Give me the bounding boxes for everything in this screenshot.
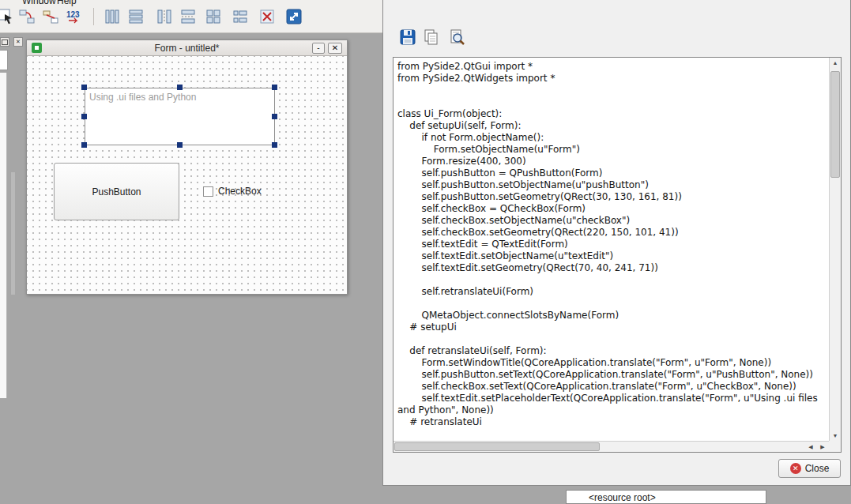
layout-vertical-splitter-icon	[180, 9, 196, 24]
find-button[interactable]	[448, 28, 467, 47]
scroll-down-arrow-icon[interactable]: ▼	[830, 433, 841, 438]
menu-help[interactable]: Help	[57, 0, 77, 6]
edit-widgets-button[interactable]	[0, 7, 16, 26]
edit-signals-slots-icon	[19, 9, 35, 24]
main-window-chrome: Window Help 123	[0, 0, 382, 33]
close-button[interactable]: ✕ Close	[778, 459, 841, 478]
edit-widgets-icon	[0, 9, 14, 24]
form-minimize-button[interactable]: -	[312, 43, 325, 54]
resource-root-item[interactable]: <resource root>	[566, 490, 766, 504]
form-titlebar[interactable]: Form - untitled* - ✕	[27, 40, 347, 56]
selection-handle-bottom-center[interactable]	[177, 142, 183, 148]
checkbox-widget[interactable]	[203, 186, 213, 197]
edit-buddies-icon	[43, 9, 58, 24]
selection-handle-top-right[interactable]	[272, 85, 277, 90]
break-layout-button[interactable]	[258, 7, 277, 26]
horizontal-scrollbar-thumb[interactable]	[394, 442, 600, 451]
layout-horizontal-splitter-button[interactable]	[155, 7, 174, 26]
vertical-scrollbar[interactable]: ▲ ▼	[829, 58, 841, 441]
layout-form-icon	[232, 9, 248, 24]
vertical-scrollbar-thumb[interactable]	[830, 71, 840, 178]
selection-handle-top-center[interactable]	[177, 85, 183, 90]
toolbar-separator	[93, 8, 94, 25]
layout-grid-icon	[205, 9, 221, 24]
save-button[interactable]	[399, 28, 418, 47]
adjust-size-icon	[285, 8, 303, 25]
code-view[interactable]: from PySide2.QtGui import * from PySide2…	[393, 57, 842, 453]
layout-vertical-icon	[128, 9, 144, 24]
layout-horizontal-icon	[104, 9, 120, 24]
close-button-label: Close	[805, 463, 830, 474]
dock-restore-button[interactable]	[0, 37, 9, 47]
horizontal-scrollbar[interactable]: ◀ ▶	[393, 441, 829, 452]
form-canvas[interactable]: Using .ui files and Python PushButton Ch…	[27, 56, 347, 294]
layout-horizontal-splitter-icon	[156, 9, 172, 24]
widgetbox-panel-edge	[0, 73, 7, 398]
form-editor-window: Form - untitled* - ✕ Using .ui files and…	[26, 39, 348, 295]
adjust-size-button[interactable]	[284, 7, 303, 26]
close-red-x-icon: ✕	[790, 463, 801, 474]
edit-tab-order-icon: 123	[66, 8, 83, 25]
find-icon	[448, 28, 465, 46]
pushbutton-widget[interactable]: PushButton	[54, 163, 179, 220]
selection-handle-bottom-left[interactable]	[81, 142, 87, 148]
scrollbar-corner	[829, 441, 841, 452]
selection-handle-mid-left[interactable]	[81, 114, 87, 119]
layout-form-button[interactable]	[231, 7, 250, 26]
edit-signals-slots-button[interactable]	[17, 7, 36, 26]
textedit-widget[interactable]: Using .ui files and Python	[85, 88, 275, 145]
textedit-placeholder: Using .ui files and Python	[89, 92, 196, 103]
generated-python-code: from PySide2.QtGui import * from PySide2…	[397, 61, 828, 428]
layout-horizontal-button[interactable]	[103, 7, 122, 26]
selection-handle-bottom-right[interactable]	[272, 142, 277, 148]
break-layout-icon	[259, 9, 275, 24]
dock-close-button[interactable]: ✕	[13, 37, 23, 47]
svg-text:123: 123	[66, 10, 80, 19]
checkbox-label: CheckBox	[218, 186, 262, 197]
layout-vertical-splitter-button[interactable]	[179, 7, 198, 26]
resource-root-label: <resource root>	[589, 492, 656, 503]
scroll-up-arrow-icon[interactable]: ▲	[830, 60, 841, 66]
scroll-left-arrow-icon[interactable]: ◀	[805, 444, 816, 450]
layout-grid-button[interactable]	[204, 7, 223, 26]
widgetbox-scrollbar-fragment[interactable]	[11, 172, 15, 295]
selection-handle-mid-right[interactable]	[272, 114, 277, 119]
pushbutton-label: PushButton	[92, 186, 141, 197]
python-code-dialog: from PySide2.QtGui import * from PySide2…	[382, 0, 851, 486]
menu-window[interactable]: Window	[22, 0, 56, 6]
scroll-right-arrow-icon[interactable]: ▶	[817, 444, 828, 450]
form-window-title: Form - untitled*	[27, 43, 347, 54]
save-icon	[399, 28, 416, 46]
edit-tab-order-button[interactable]: 123	[65, 7, 84, 26]
copy-button[interactable]	[423, 28, 442, 47]
selection-handle-top-left[interactable]	[81, 85, 87, 90]
edit-buddies-button[interactable]	[41, 7, 60, 26]
copy-icon	[423, 28, 440, 46]
form-close-button[interactable]: ✕	[328, 43, 342, 54]
widgetbox-filter-fragment[interactable]	[0, 50, 8, 70]
layout-vertical-button[interactable]	[126, 7, 145, 26]
